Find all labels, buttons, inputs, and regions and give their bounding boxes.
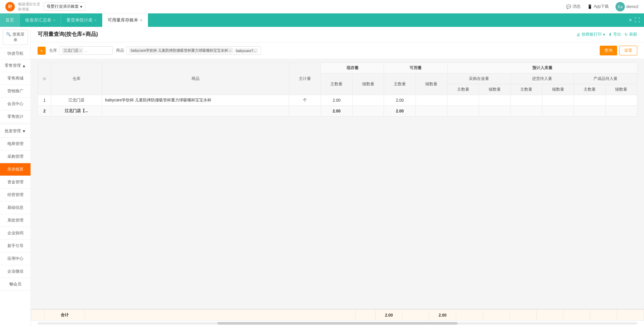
user-menu[interactable]: Ea demo2 <box>615 2 639 11</box>
sidebar-section: 零售管理 ▲ 零售商城 营销推广 会员中心 零售统计 批发管理 ▼ 电商管理 <box>0 59 31 291</box>
sidebar: 🔍 搜索菜单 快捷导航 零售管理 ▲ 零售商城 营销推广 会员中心 零售统计 <box>0 27 31 326</box>
row2-warehouse: 江北门店【... <box>51 106 102 117</box>
sidebar-item-retail-mall[interactable]: 零售商城 <box>0 72 31 85</box>
avatar: Ea <box>615 2 625 11</box>
footer-current-main-total: 2.00 <box>376 310 402 321</box>
col-purchase-main-header: 主数量 <box>447 84 479 95</box>
row2-pending-main <box>511 106 542 117</box>
tab-order-stats-close[interactable]: × <box>95 18 97 22</box>
sidebar-item-purchase[interactable]: 采购管理 <box>0 150 31 163</box>
row2-available-sub <box>416 106 447 117</box>
col-production-sub-header: 辅数量 <box>605 84 637 95</box>
col-purchase-transit-header: 采购在途量 <box>447 74 511 84</box>
sidebar-item-retail-mgmt[interactable]: 零售管理 ▲ <box>0 59 31 72</box>
table-footer: 合计 2.00 2.00 <box>31 309 644 326</box>
sidebar-item-new-guide[interactable]: 新手引导 <box>0 240 31 252</box>
footer-available-sub-total <box>456 310 483 321</box>
row1-purchase-main <box>447 95 479 106</box>
sidebar-item-system[interactable]: 系统管理 <box>0 214 31 227</box>
sidebar-item-retail-stats[interactable]: 零售统计 <box>0 110 31 123</box>
top-bar-right: 💬 消息 📱 App下载 Ea demo2 <box>566 2 639 11</box>
sidebar-item-purchase-label: 采购管理 <box>7 154 23 159</box>
row1-production-sub <box>605 95 637 106</box>
warehouse-input[interactable]: 江北门店 × ... <box>59 46 113 55</box>
footer-current-sub-total <box>402 310 429 321</box>
refresh-button[interactable]: ↻ 刷新 <box>625 32 637 37</box>
warehouse-tag-remove[interactable]: × <box>79 49 82 53</box>
sidebar-item-ecommerce-label: 电商管理 <box>7 141 23 147</box>
tab-actions: × ⛶ <box>625 17 644 23</box>
tab-available-stock-close[interactable]: × <box>140 18 142 22</box>
footer-purchase-sub <box>510 310 537 321</box>
product-tag-2: babycare?... <box>234 48 258 53</box>
filter-expand-button[interactable]: » <box>38 47 46 55</box>
row1-warehouse: 江北门店 <box>51 95 102 106</box>
sidebar-item-app-center[interactable]: 应用中心 <box>0 252 31 265</box>
sidebar-item-basic-info[interactable]: 基础信息 <box>0 201 31 214</box>
brand-name: 畅捷通好生意 <box>18 2 40 6</box>
sidebar-item-enterprise-wechat[interactable]: 企业微信 <box>0 265 31 278</box>
export-button[interactable]: ⬆ 导出 <box>608 32 621 37</box>
row1-purchase-sub <box>479 95 511 106</box>
horizontal-scrollbar[interactable] <box>38 322 637 325</box>
page-title: 可用量查询(按仓库+商品) <box>38 31 98 38</box>
username: demo2 <box>626 4 639 9</box>
tab-receive-summary-close[interactable]: × <box>53 18 55 22</box>
tab-order-stats[interactable]: 要货单统计表 × <box>61 13 102 27</box>
footer-table: 合计 2.00 2.00 <box>31 310 644 321</box>
row2-pending-sub <box>542 106 574 117</box>
warehouse-label: 仓库 <box>49 48 57 53</box>
refresh-label: 刷新 <box>629 32 637 37</box>
sidebar-item-enterprise-collab[interactable]: 企业协同 <box>0 227 31 240</box>
industry-select[interactable]: 母婴行业演示账套 ▾ <box>44 2 85 11</box>
expand-tab-button[interactable]: ⛶ <box>635 17 640 23</box>
scrollbar-wrap <box>31 321 644 326</box>
quick-nav-label: 快捷导航 <box>7 51 23 56</box>
sidebar-item-vip-member[interactable]: 畅会员 <box>0 278 31 291</box>
tab-available-stock[interactable]: 可用量库存账本 × <box>102 13 148 27</box>
sidebar-item-member-center[interactable]: 会员中心 <box>0 98 31 110</box>
sidebar-item-enterprise-collab-label: 企业协同 <box>7 230 23 236</box>
page-actions: 🖨 按模板打印 ▾ ⬆ 导出 ↻ 刷新 <box>576 32 637 37</box>
warehouse-tag-value: 江北门店 <box>64 48 78 53</box>
product-tag-1: babycare学饮杯 儿童防摔防撞吸管杯重力球吸嘴杯宝宝水杯 × <box>129 48 233 53</box>
sidebar-item-finance[interactable]: 资金管理 <box>0 176 31 189</box>
quick-nav-button[interactable]: 快捷导航 <box>0 48 31 59</box>
settings-button[interactable]: 设置 <box>619 46 637 55</box>
export-label: 导出 <box>613 32 621 37</box>
sidebar-item-ecommerce[interactable]: 电商管理 <box>0 138 31 150</box>
print-button[interactable]: 🖨 按模板打印 ▾ <box>576 32 605 37</box>
product-input[interactable]: babycare学饮杯 儿童防摔防撞吸管杯重力球吸嘴杯宝宝水杯 × babyca… <box>126 46 261 55</box>
col-current-stock-header: 现存量 <box>321 63 384 74</box>
tab-home[interactable]: 首页 <box>0 13 20 27</box>
sidebar-item-operations[interactable]: 经营管理 <box>0 189 31 201</box>
page-header: 可用量查询(按仓库+商品) 🖨 按模板打印 ▾ ⬆ 导出 ↻ 刷新 <box>31 27 644 42</box>
sidebar-item-vip-label: 畅会员 <box>9 281 21 287</box>
filter-actions: 查询 设置 <box>600 46 637 55</box>
search-menu-button[interactable]: 🔍 搜索菜单 <box>3 30 28 45</box>
sidebar-item-marketing-label: 营销推广 <box>7 88 23 94</box>
sidebar-item-retail-mgmt-label: 零售管理 <box>5 63 21 68</box>
sidebar-item-finance-label: 资金管理 <box>7 179 23 185</box>
product-tag-1-value: babycare学饮杯 儿童防摔防撞吸管杯重力球吸嘴杯宝宝水杯 <box>131 48 228 53</box>
app-download-button[interactable]: 📱 App下载 <box>587 4 609 9</box>
sidebar-item-marketing[interactable]: 营销推广 <box>0 85 31 98</box>
main-layout: 🔍 搜索菜单 快捷导航 零售管理 ▲ 零售商城 营销推广 会员中心 零售统计 <box>0 27 644 326</box>
sidebar-item-inventory[interactable]: 库存核算 <box>0 163 31 176</box>
table-settings-icon[interactable]: ⚙ <box>43 77 46 81</box>
chevron-down-icon: ▾ <box>80 4 82 9</box>
product-tag-1-remove[interactable]: × <box>229 49 231 53</box>
col-available-main-header: 主数量 <box>384 74 416 95</box>
sidebar-item-wholesale[interactable]: 批发管理 ▼ <box>0 125 31 138</box>
close-tab-button[interactable]: × <box>629 17 632 23</box>
row2-index: 2 <box>38 106 51 117</box>
col-pending-main-header: 主数量 <box>511 84 542 95</box>
col-purchase-sub-header: 辅数量 <box>479 84 511 95</box>
row2-product <box>102 106 289 117</box>
sidebar-item-system-label: 系统管理 <box>7 218 23 223</box>
tab-receive-summary[interactable]: 收发存汇总表 × <box>20 13 61 27</box>
sidebar-item-retail-mall-label: 零售商城 <box>7 76 23 81</box>
export-icon: ⬆ <box>608 32 612 37</box>
message-button[interactable]: 💬 消息 <box>566 4 581 9</box>
query-button[interactable]: 查询 <box>600 46 617 55</box>
